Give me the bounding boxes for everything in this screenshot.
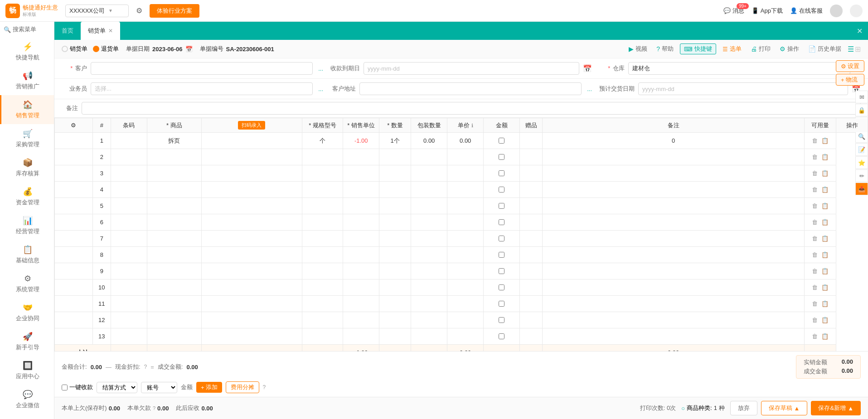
float-edit-btn[interactable]: 📝: [855, 143, 868, 156]
row-qty-cell[interactable]: [343, 312, 379, 328]
copy-icon[interactable]: 📋: [821, 202, 829, 209]
row-remark-cell[interactable]: [520, 247, 543, 263]
row-amount-cell[interactable]: [447, 328, 484, 345]
add-button[interactable]: + 添加: [196, 382, 222, 393]
toolbar-history[interactable]: 📄 历史单据: [805, 44, 844, 54]
sidebar-item-member[interactable]: ⬡ 畅会员: [0, 414, 54, 419]
row-spec-cell[interactable]: [201, 182, 302, 198]
sidebar-item-app-center[interactable]: 🔲 应用中心: [0, 356, 54, 385]
save-new-button[interactable]: 保存&新增 ▲: [811, 401, 861, 415]
row-unit-cell[interactable]: [302, 149, 343, 165]
row-spec-cell[interactable]: [201, 263, 302, 279]
row-barcode-cell[interactable]: [111, 296, 147, 312]
row-qty-cell[interactable]: -1.00: [343, 133, 379, 149]
copy-icon[interactable]: 📋: [821, 219, 829, 226]
row-barcode-cell[interactable]: [111, 231, 147, 247]
row-goods-cell[interactable]: [147, 296, 201, 312]
row-barcode-cell[interactable]: [111, 328, 147, 345]
row-goods-cell[interactable]: [147, 328, 201, 345]
delete-icon[interactable]: 🗑: [812, 284, 818, 291]
delete-icon[interactable]: 🗑: [812, 333, 818, 340]
delete-icon[interactable]: 🗑: [812, 235, 818, 242]
tab-home[interactable]: 首页: [54, 22, 81, 40]
sidebar-item-purchase[interactable]: 🛒 采购管理: [0, 124, 54, 153]
sidebar-item-operations[interactable]: 📊 经营管理: [0, 211, 54, 240]
salesperson-dots[interactable]: ...: [318, 86, 323, 92]
gift-checkbox[interactable]: [499, 333, 504, 339]
row-price-cell[interactable]: [411, 247, 447, 263]
row-goods-cell[interactable]: [147, 182, 201, 198]
row-pkgqty-cell[interactable]: [379, 198, 411, 214]
one-click-pay-checkbox[interactable]: 一键收款: [62, 383, 93, 391]
float-lock-btn[interactable]: 🔒: [855, 104, 868, 116]
row-gift-cell[interactable]: [484, 198, 520, 214]
row-amount-cell[interactable]: 0.00: [447, 133, 484, 149]
row-pkgqty-cell[interactable]: [379, 231, 411, 247]
row-price-cell[interactable]: [411, 198, 447, 214]
tab-close-icon[interactable]: ✕: [108, 28, 113, 34]
copy-icon[interactable]: 📋: [821, 317, 829, 323]
row-barcode-cell[interactable]: [111, 263, 147, 279]
save-draft-button[interactable]: 保存草稿 ▲: [761, 401, 808, 415]
row-qty-cell[interactable]: [343, 296, 379, 312]
row-price-cell[interactable]: [411, 149, 447, 165]
gift-checkbox[interactable]: [499, 154, 504, 160]
copy-icon[interactable]: 📋: [821, 300, 829, 307]
logistics-btn[interactable]: + 物流: [836, 74, 864, 86]
calendar-icon[interactable]: 📅: [185, 46, 193, 53]
app-download-button[interactable]: 📱 App下载: [752, 7, 783, 15]
row-barcode-cell[interactable]: [111, 182, 147, 198]
sidebar-item-wechat[interactable]: 💬 企业微信: [0, 385, 54, 414]
gift-checkbox[interactable]: [499, 268, 504, 274]
copy-icon[interactable]: 📋: [821, 333, 829, 340]
row-amount-cell[interactable]: [447, 182, 484, 198]
row-amount-cell[interactable]: [447, 214, 484, 231]
row-gift-cell[interactable]: [484, 279, 520, 296]
float-pencil-btn[interactable]: ✏: [855, 169, 868, 182]
row-unit-cell[interactable]: [302, 165, 343, 182]
row-gift-cell[interactable]: [484, 133, 520, 149]
delete-icon[interactable]: 🗑: [812, 170, 818, 177]
row-remark-cell[interactable]: [520, 279, 543, 296]
row-qty-cell[interactable]: [343, 165, 379, 182]
delete-icon[interactable]: 🗑: [812, 251, 818, 258]
row-amount-cell[interactable]: [447, 198, 484, 214]
gift-checkbox[interactable]: [499, 252, 504, 258]
row-gift-cell[interactable]: [484, 247, 520, 263]
customer-address-input[interactable]: [359, 82, 582, 95]
row-qty-cell[interactable]: [343, 279, 379, 296]
customer-address-dots[interactable]: ...: [587, 86, 592, 92]
row-qty-cell[interactable]: [343, 247, 379, 263]
grid-view-icon[interactable]: ⊞: [855, 45, 861, 53]
copy-icon[interactable]: 📋: [821, 154, 829, 160]
row-spec-cell[interactable]: [201, 247, 302, 263]
float-star-btn[interactable]: ⭐: [855, 156, 868, 169]
row-pkgqty-cell[interactable]: [379, 312, 411, 328]
row-qty-cell[interactable]: [343, 231, 379, 247]
gift-checkbox[interactable]: [499, 219, 504, 225]
warehouse-input[interactable]: 建材仓: [628, 62, 850, 75]
online-service-button[interactable]: 👤 在线客服: [790, 7, 823, 15]
row-remark-cell[interactable]: [520, 231, 543, 247]
row-unit-cell[interactable]: [302, 312, 343, 328]
row-amount-cell[interactable]: [447, 149, 484, 165]
row-amount-cell[interactable]: [447, 279, 484, 296]
due-date-calendar-icon[interactable]: 📅: [583, 64, 592, 73]
abandon-button[interactable]: 放弃: [730, 401, 757, 415]
gift-checkbox[interactable]: [499, 203, 504, 209]
row-goods-cell[interactable]: [147, 263, 201, 279]
payment-method-select[interactable]: 结算方式: [97, 382, 137, 393]
row-price-cell[interactable]: [411, 214, 447, 231]
row-remark-cell[interactable]: [520, 198, 543, 214]
row-price-cell[interactable]: [411, 165, 447, 182]
row-goods-cell[interactable]: [147, 231, 201, 247]
row-amount-cell[interactable]: [447, 312, 484, 328]
row-pkgqty-cell[interactable]: [379, 247, 411, 263]
row-price-cell[interactable]: [411, 279, 447, 296]
toolbar-shortcut[interactable]: ⌨ 快捷键: [680, 43, 716, 54]
settings-btn[interactable]: ⚙ 设置: [836, 60, 864, 72]
row-remark-cell[interactable]: [520, 328, 543, 345]
float-share-btn[interactable]: 📤: [855, 183, 868, 195]
salesperson-input[interactable]: 选择...: [91, 82, 313, 95]
row-spec-cell[interactable]: [201, 328, 302, 345]
